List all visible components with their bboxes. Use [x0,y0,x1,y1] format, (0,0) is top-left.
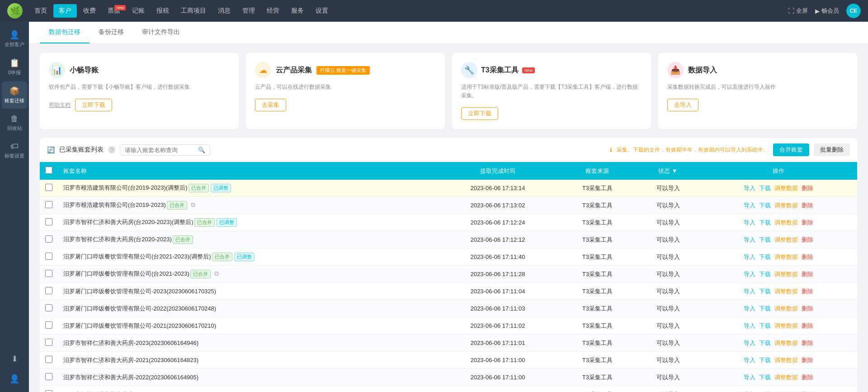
action-下载[interactable]: 下载 [759,185,771,191]
select-all-checkbox[interactable] [45,167,52,174]
sidebar-item-recycle[interactable]: 🗑 回收站 [2,110,27,136]
nav-item-fee[interactable]: 收费 [78,4,101,18]
batch-delete-btn[interactable]: 批量删除 [814,143,850,156]
t3-download-btn[interactable]: 立即下载 [461,107,498,120]
action-导入[interactable]: 导入 [744,339,755,346]
tab-backup-migration[interactable]: 备份迁移 [90,22,133,43]
nav-item-service[interactable]: 服务 [286,4,309,18]
action-删除[interactable]: 删除 [802,219,813,226]
action-下载[interactable]: 下载 [759,322,771,329]
action-调整数据[interactable]: 调整数据 [774,271,798,277]
vip-btn[interactable]: ▶ 畅会员 [815,7,839,15]
action-调整数据[interactable]: 调整数据 [774,185,798,191]
logo[interactable]: 🌿 [7,3,23,19]
sidebar-item-download[interactable]: ⬇ [2,349,27,368]
action-调整数据[interactable]: 调整数据 [774,357,798,363]
action-调整数据[interactable]: 调整数据 [774,288,798,295]
row-checkbox[interactable] [45,201,52,208]
action-调整数据[interactable]: 调整数据 [774,322,798,329]
action-删除[interactable]: 删除 [802,202,813,209]
sidebar-item-zero-report[interactable]: 📋 0申报 [2,53,27,81]
row-checkbox[interactable] [45,356,52,363]
action-调整数据[interactable]: 调整数据 [774,305,798,312]
sidebar-item-all-customers[interactable]: 👤 全部客户 [2,25,27,53]
nav-item-tax[interactable]: 报税 [151,4,175,18]
xiaozhang-help-link[interactable]: 帮助文档 [49,101,71,109]
action-导入[interactable]: 导入 [744,253,755,260]
action-调整数据[interactable]: 调整数据 [774,253,798,260]
nav-item-business[interactable]: 工商项目 [175,4,212,18]
action-导入[interactable]: 导入 [744,374,755,381]
action-删除[interactable]: 删除 [802,253,813,260]
col-header-status[interactable]: 状态 ▼ [636,162,700,180]
row-copy-icon[interactable]: ⧉ [191,201,195,208]
search-icon[interactable]: 🔍 [198,147,205,153]
action-下载[interactable]: 下载 [759,374,771,381]
action-导入[interactable]: 导入 [744,202,755,209]
row-checkbox[interactable] [45,287,52,294]
action-删除[interactable]: 删除 [802,339,813,346]
row-checkbox[interactable] [45,184,52,191]
action-删除[interactable]: 删除 [802,374,813,381]
action-下载[interactable]: 下载 [759,253,771,260]
action-删除[interactable]: 删除 [802,357,813,363]
tab-data-migration[interactable]: 数据包迁移 [40,22,90,43]
avatar[interactable]: CE [846,4,861,18]
action-下载[interactable]: 下载 [759,305,771,312]
action-删除[interactable]: 删除 [802,185,813,191]
action-删除[interactable]: 删除 [802,305,813,312]
action-删除[interactable]: 删除 [802,322,813,329]
action-导入[interactable]: 导入 [744,185,755,191]
nav-item-invoice[interactable]: 票据new [102,4,126,18]
action-导入[interactable]: 导入 [744,288,755,295]
nav-item-customer[interactable]: 客户 [53,4,77,18]
action-导入[interactable]: 导入 [744,236,755,243]
import-goto-btn[interactable]: 去导入 [667,99,698,111]
row-checkbox[interactable] [45,270,52,277]
merge-account-btn[interactable]: 合并账套 [773,143,809,156]
row-checkbox[interactable] [45,321,52,329]
cloud-collect-btn[interactable]: 去采集 [255,99,286,111]
row-checkbox[interactable] [45,339,52,346]
nav-item-settings[interactable]: 设置 [310,4,334,18]
action-导入[interactable]: 导入 [744,322,755,329]
action-删除[interactable]: 删除 [802,271,813,277]
row-checkbox[interactable] [45,235,52,243]
refresh-icon[interactable]: 🔄 [47,146,55,153]
action-导入[interactable]: 导入 [744,219,755,226]
row-checkbox[interactable] [45,218,52,225]
search-input[interactable] [125,147,195,153]
action-下载[interactable]: 下载 [759,236,771,243]
row-checkbox[interactable] [45,304,52,311]
action-下载[interactable]: 下载 [759,202,771,209]
nav-item-management[interactable]: 管理 [237,4,260,18]
action-导入[interactable]: 导入 [744,271,755,277]
nav-item-bookkeeping[interactable]: 记账 [127,4,150,18]
action-调整数据[interactable]: 调整数据 [774,236,798,243]
xiaozhang-download-btn[interactable]: 立即下载 [75,99,112,111]
sidebar-item-user[interactable]: 👤 [2,369,27,388]
action-下载[interactable]: 下载 [759,357,771,363]
fullscreen-btn[interactable]: ⛶ 全屏 [788,7,808,15]
action-下载[interactable]: 下载 [759,271,771,277]
action-调整数据[interactable]: 调整数据 [774,374,798,381]
action-删除[interactable]: 删除 [802,236,813,243]
row-checkbox[interactable] [45,373,52,380]
sidebar-item-tag-settings[interactable]: 🏷 标签设置 [2,137,27,164]
action-删除[interactable]: 删除 [802,288,813,295]
action-调整数据[interactable]: 调整数据 [774,339,798,346]
nav-item-home[interactable]: 首页 [29,4,52,18]
action-导入[interactable]: 导入 [744,357,755,363]
action-下载[interactable]: 下载 [759,339,771,346]
row-checkbox[interactable] [45,390,52,392]
action-下载[interactable]: 下载 [759,219,771,226]
action-下载[interactable]: 下载 [759,288,771,295]
action-调整数据[interactable]: 调整数据 [774,219,798,226]
row-copy-icon[interactable]: ⧉ [214,270,219,277]
sidebar-item-account-migration[interactable]: 📦 账套迁移 [2,81,27,109]
tab-audit-export[interactable]: 审计文件导出 [133,22,189,43]
action-调整数据[interactable]: 调整数据 [774,202,798,209]
nav-item-operation[interactable]: 经营 [261,4,285,18]
help-icon[interactable]: ? [108,146,115,153]
action-导入[interactable]: 导入 [744,305,755,312]
